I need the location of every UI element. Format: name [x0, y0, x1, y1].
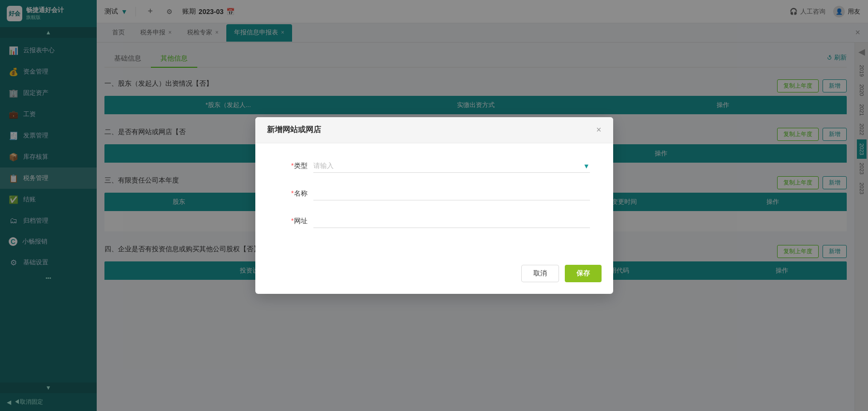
save-button[interactable]: 保存: [565, 265, 602, 282]
modal-title: 新增网站或网店: [267, 125, 321, 135]
type-label: *类型: [279, 162, 308, 170]
form-row-type: *类型 ▼: [279, 159, 590, 173]
name-input-wrap: [313, 186, 590, 200]
url-required-mark: *: [291, 217, 294, 225]
modal-header: 新增网站或网店 ×: [255, 117, 613, 143]
type-input[interactable]: [313, 159, 590, 173]
modal-close-btn[interactable]: ×: [596, 125, 602, 135]
modal-body: *类型 ▼ *名称 *网址: [255, 143, 613, 257]
modal-add-website: 新增网站或网店 × *类型 ▼ *名称: [255, 117, 613, 294]
type-input-wrap: ▼: [313, 159, 590, 173]
modal-footer: 取消 保存: [255, 257, 613, 294]
type-dropdown-icon: ▼: [583, 162, 590, 170]
url-input[interactable]: [313, 214, 590, 228]
name-required-mark: *: [291, 189, 294, 197]
cancel-button[interactable]: 取消: [521, 265, 559, 282]
name-input[interactable]: [313, 186, 590, 200]
type-required-mark: *: [291, 162, 294, 169]
form-row-name: *名称: [279, 186, 590, 200]
form-row-url: *网址: [279, 214, 590, 228]
modal-overlay[interactable]: 新增网站或网店 × *类型 ▼ *名称: [0, 0, 868, 411]
name-label: *名称: [279, 189, 308, 198]
url-label: *网址: [279, 217, 308, 226]
url-input-wrap: [313, 214, 590, 228]
